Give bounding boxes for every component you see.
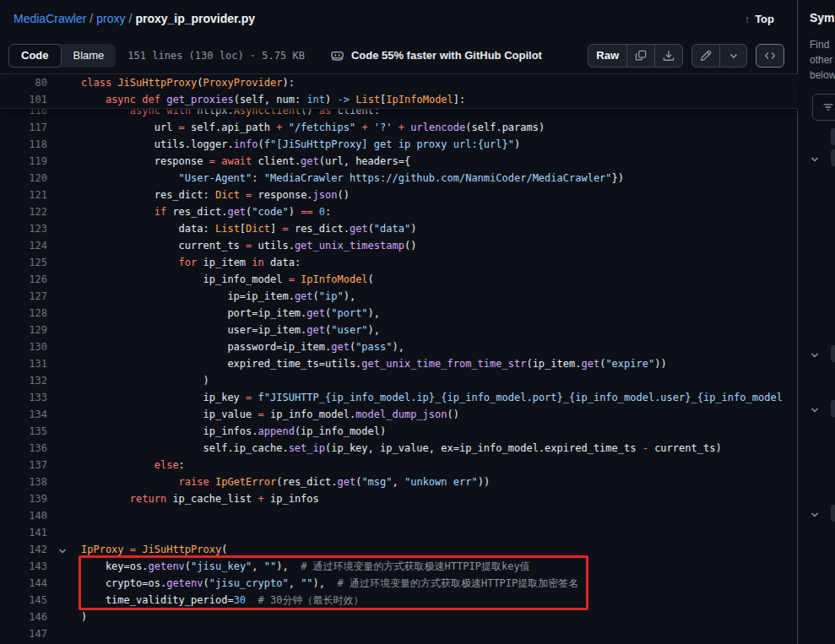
copy-button[interactable] [627,44,655,68]
line-number[interactable]: 119 [0,153,47,170]
edit-button[interactable] [691,44,720,68]
raw-button[interactable]: Raw [588,44,627,68]
code-line: 138 raise IpGetError(res_dict.get("msg",… [0,474,798,490]
code-line: 101 async def get_proxies(self, num: int… [0,91,798,108]
fold-gutter [47,170,81,187]
line-number[interactable]: 133 [0,389,47,406]
line-number[interactable]: 80 [0,74,47,91]
code-text: response = await client.get(url, headers… [81,153,798,170]
code-line: 131 expired_time_ts=utils.get_unix_time_… [0,355,798,372]
code-line: 122 if res_dict.get("code") == 0: [0,203,798,220]
fold-gutter [47,507,81,524]
tab-blame[interactable]: Blame [62,44,117,68]
line-number[interactable]: 141 [0,524,47,541]
line-number[interactable]: 122 [0,203,47,220]
breadcrumb-separator: / [125,12,135,25]
line-number[interactable]: 140 [0,507,47,524]
breadcrumb-filename: proxy_ip_provider.py [135,12,255,25]
code-viewer: 80class JiSuHttpProxy(ProxyProvider):101… [0,74,798,642]
line-number[interactable]: 120 [0,170,47,187]
line-number[interactable]: 143 [0,558,47,575]
line-number[interactable]: 134 [0,406,47,423]
symbols-panel-heading: Symbols [810,11,835,24]
fold-gutter [47,109,81,119]
code-line: 121 res_dict: Dict = response.json() [0,187,798,203]
fold-gutter [47,474,81,490]
copilot-banner[interactable]: Code 55% faster with GitHub Copilot [330,48,542,62]
line-number[interactable]: 118 [0,136,47,153]
chevron-down-icon[interactable] [810,349,820,359]
line-number[interactable]: 127 [0,288,47,305]
line-number[interactable]: 136 [0,440,47,457]
code-brackets-icon [764,50,776,62]
line-number[interactable]: 132 [0,372,47,389]
chevron-down-icon[interactable] [810,508,820,518]
line-number[interactable]: 123 [0,220,47,237]
symbol-pill[interactable] [831,149,835,166]
symbols-panel-toggle-button[interactable] [756,44,784,68]
code-line: 124 current_ts = utils.get_unix_timestam… [0,237,798,254]
code-text: self.ip_cache.set_ip(ip_key, ip_value, e… [81,440,798,457]
fold-gutter [47,136,81,153]
copilot-icon [330,48,344,62]
symbol-pill[interactable] [831,345,835,362]
code-line: 135 ip_infos.append(ip_info_model) [0,423,798,440]
filter-symbols-input[interactable] [812,94,835,121]
fold-gutter [47,575,81,592]
chevron-down-icon[interactable] [810,153,820,163]
line-number[interactable]: 116 [0,109,47,119]
code-text: return ip_cache_list + ip_infos [81,490,798,507]
code-text [81,524,798,541]
breadcrumb-folder-link[interactable]: proxy [96,12,125,25]
symbol-pill[interactable] [831,505,835,522]
line-number[interactable]: 146 [0,609,47,625]
filter-icon [822,101,834,113]
tab-code[interactable]: Code [8,44,62,68]
fold-gutter [47,322,81,338]
fold-gutter [47,541,81,558]
code-line: 120 "User-Agent": "MediaCrawler https://… [0,170,798,187]
line-number[interactable]: 135 [0,423,47,440]
edit-group [691,44,747,68]
line-number[interactable]: 128 [0,305,47,322]
fold-gutter [47,490,81,507]
line-number[interactable]: 130 [0,338,47,355]
line-number[interactable]: 121 [0,187,47,203]
line-number[interactable]: 138 [0,474,47,490]
line-number[interactable]: 147 [0,625,47,642]
code-line: 123 data: List[Dict] = res_dict.get("dat… [0,220,798,237]
line-number[interactable]: 124 [0,237,47,254]
symbol-pill[interactable] [831,128,835,145]
line-number[interactable]: 142 [0,541,47,558]
line-number[interactable]: 137 [0,457,47,474]
code-line: 80class JiSuHttpProxy(ProxyProvider): [0,74,798,91]
line-number[interactable]: 131 [0,355,47,372]
chevron-down-icon[interactable] [810,403,820,414]
fold-gutter [47,372,81,389]
symbol-pill[interactable] [831,400,835,417]
code-line: 132 ) [0,372,798,389]
breadcrumb-repo-link[interactable]: MediaCrawler [14,12,86,25]
breadcrumb: MediaCrawler/proxy/proxy_ip_provider.py [14,12,255,25]
line-number[interactable]: 117 [0,119,47,136]
line-number[interactable]: 129 [0,322,47,338]
line-number[interactable]: 126 [0,271,47,288]
code-text: port=ip_item.get("port"), [81,305,798,322]
line-number[interactable]: 101 [0,91,47,108]
download-button[interactable] [655,44,683,68]
fold-chevron-icon[interactable] [57,544,68,555]
code-line: 136 self.ip_cache.set_ip(ip_key, ip_valu… [0,440,798,457]
scroll-to-top-button[interactable]: ↑ Top [745,13,774,25]
fold-gutter [47,524,81,541]
line-number[interactable]: 144 [0,575,47,592]
code-text: ip_value = ip_info_model.model_dump_json… [81,406,798,423]
line-number[interactable]: 139 [0,490,47,507]
code-text: current_ts = utils.get_unix_timestamp() [81,237,798,254]
line-number[interactable]: 125 [0,254,47,271]
code-line: 134 ip_value = ip_info_model.model_dump_… [0,406,798,423]
fold-gutter [47,187,81,203]
line-number[interactable]: 145 [0,592,47,609]
symbol-list-item [798,400,835,417]
edit-dropdown-button[interactable] [720,44,747,68]
code-text: raise IpGetError(res_dict.get("msg", "un… [81,474,798,490]
